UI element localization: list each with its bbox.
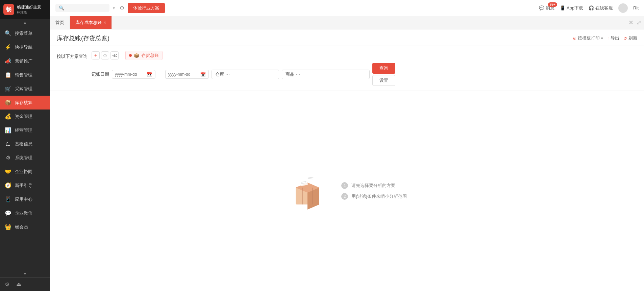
app-download-button[interactable]: 📱 App下载 [560, 5, 583, 11]
messages-badge: 99+ [548, 2, 557, 7]
date-separator: — [158, 72, 163, 77]
hint-num-2: 2 [341, 193, 348, 200]
system-icon: ⚙ [5, 154, 11, 161]
basic-icon: 🗂 [5, 141, 11, 147]
search-input[interactable] [66, 6, 100, 10]
app-icon: 📱 [560, 5, 565, 10]
sidebar-item-label: 应用中心 [15, 196, 32, 202]
sidebar-scroll-up[interactable]: ▲ [0, 19, 50, 26]
goods-input[interactable]: 商品 ··· [282, 70, 370, 79]
sidebar-collapse-button[interactable]: ⏏ [16, 281, 21, 288]
date-end-field[interactable] [168, 72, 199, 77]
sidebar-item-label: 基础信息 [15, 141, 32, 147]
sidebar-item-appstore[interactable]: 📱 应用中心 [0, 192, 50, 206]
sidebar-item-wechat[interactable]: 💬 企业微信 [0, 206, 50, 220]
warehouse-more-button[interactable]: ··· [225, 71, 230, 77]
warehouse-input[interactable]: 仓库 ··· [212, 70, 279, 79]
scheme-icon: 📦 [134, 53, 139, 58]
page-title: 库存总账(存货总账) [57, 34, 109, 42]
refresh-button[interactable]: ↺ 刷新 [623, 35, 637, 41]
sidebar-item-label: 快捷导航 [15, 44, 32, 50]
sidebar-item-label: 畅会员 [15, 224, 28, 230]
sidebar-item-operations[interactable]: 📊 经营管理 [0, 123, 50, 137]
sidebar-item-label: 企业微信 [15, 210, 32, 216]
sidebar-item-purchase[interactable]: 🛒 采购管理 [0, 82, 50, 96]
print-chevron-icon: ▾ [601, 36, 603, 41]
tab-close-button[interactable]: × [104, 20, 106, 25]
refresh-icon: ↺ [623, 36, 627, 41]
warehouse-label: 仓库 [215, 71, 224, 77]
filter-remove-button[interactable]: ⊙ [101, 51, 109, 59]
sidebar-item-finance[interactable]: 💰 资金管理 [0, 110, 50, 123]
enterprise-icon: 🤝 [5, 168, 11, 175]
calendar-end-icon[interactable]: 📅 [200, 72, 206, 77]
tab-close-all-button[interactable]: ✕ [628, 19, 634, 26]
sidebar-bottom: ⚙ ⏏ [0, 277, 50, 291]
print-button[interactable]: 🖨 按模板打印 ▾ [572, 35, 603, 41]
search-icon: 🔍 [59, 5, 64, 10]
tab-home[interactable]: 首页 [50, 16, 70, 29]
tab-expand-button[interactable]: ⤢ [636, 19, 641, 26]
sidebar-item-label: 新手引导 [15, 183, 32, 189]
marketing-icon: 📣 [5, 58, 11, 64]
tab-inventory-ledger[interactable]: 库存成本总账 × [70, 16, 112, 29]
filter-scheme-item[interactable]: 📦 存货总账 [125, 51, 163, 60]
date-start-field[interactable] [115, 72, 145, 77]
sidebar-settings-button[interactable]: ⚙ [5, 281, 9, 288]
settings-button[interactable]: 设置 [372, 75, 395, 86]
topbar-search-box[interactable]: 🔍 [55, 4, 109, 12]
message-icon: 💬 [539, 5, 544, 10]
export-button[interactable]: ↑ 导出 [607, 35, 620, 41]
sidebar-scroll-down[interactable]: ▼ [0, 270, 50, 277]
scheme-dot [129, 54, 132, 57]
user-avatar[interactable] [618, 3, 628, 13]
filter-collapse-button[interactable]: ≪ [110, 51, 119, 59]
search-menu-icon: 🔍 [5, 30, 11, 37]
topbar-chevron-icon[interactable]: ▾ [113, 6, 115, 10]
hint-text-1: 请先选择要分析的方案 [351, 183, 395, 189]
messages-button[interactable]: 💬 消息 99+ [539, 5, 554, 11]
member-icon: 👑 [5, 224, 11, 230]
guide-icon: 🧭 [5, 182, 11, 189]
sidebar-item-member[interactable]: 👑 畅会员 [0, 220, 50, 234]
operations-icon: 📊 [5, 127, 11, 134]
export-label: 导出 [611, 35, 619, 41]
date-end-input[interactable]: 📅 [165, 70, 209, 79]
wechat-icon: 💬 [5, 210, 11, 216]
sidebar-item-label: 销售管理 [15, 72, 32, 78]
topbar-right: 💬 消息 99+ 📱 App下载 🎧 在线客服 Rit [539, 3, 639, 13]
main-area: 🔍 ▾ ⚙ 体验行业方案 💬 消息 99+ 📱 App下载 🎧 在线客服 Rit [50, 0, 644, 291]
logo-icon: 畅 [3, 4, 14, 15]
date-start-input[interactable]: 📅 [112, 70, 155, 79]
filter-add-button[interactable]: ＋ [92, 51, 100, 59]
sidebar-item-label: 营销推广 [15, 58, 32, 64]
topbar-gear-icon[interactable]: ⚙ [120, 5, 124, 11]
online-service-label: 在线客服 [595, 5, 613, 11]
headset-icon: 🎧 [589, 5, 594, 10]
scheme-label: 存货总账 [141, 52, 159, 58]
sidebar-item-label: 搜索菜单 [15, 30, 32, 37]
sidebar-item-guide[interactable]: 🧭 新手引导 [0, 178, 50, 192]
sidebar-item-inventory[interactable]: 📦 库存核算 [0, 96, 50, 110]
quick-nav-icon: ⚡ [5, 44, 11, 50]
sidebar-item-search[interactable]: 🔍 搜索菜单 [0, 26, 50, 40]
sidebar-item-enterprise[interactable]: 🤝 企业协同 [0, 165, 50, 178]
sidebar-item-label: 企业协同 [15, 169, 32, 175]
query-button[interactable]: 查询 [372, 63, 395, 74]
goods-more-button[interactable]: ··· [296, 71, 300, 77]
hint-text-2: 用[过滤]条件来缩小分析范围 [351, 193, 406, 199]
sidebar-item-basic[interactable]: 🗂 基础信息 [0, 137, 50, 151]
goods-label: 商品 [286, 71, 294, 77]
user-name: Rit [633, 5, 639, 10]
date-label: 记账日期 [92, 71, 109, 77]
online-service-button[interactable]: 🎧 在线客服 [589, 5, 613, 11]
sidebar-item-marketing[interactable]: 📣 营销推广 [0, 54, 50, 68]
sidebar-item-sales[interactable]: 📋 销售管理 [0, 68, 50, 82]
logo-badge: 标准版 [17, 10, 41, 15]
empty-hints: 1 请先选择要分析的方案 2 用[过滤]条件来缩小分析范围 [341, 182, 406, 200]
sidebar-item-quick-nav[interactable]: ⚡ 快捷导航 [0, 40, 50, 54]
trial-button[interactable]: 体验行业方案 [128, 3, 165, 13]
sidebar-item-system[interactable]: ⚙ 系统管理 [0, 151, 50, 165]
calendar-start-icon[interactable]: 📅 [147, 72, 152, 77]
page-header-actions: 🖨 按模板打印 ▾ ↑ 导出 ↺ 刷新 [572, 35, 638, 41]
